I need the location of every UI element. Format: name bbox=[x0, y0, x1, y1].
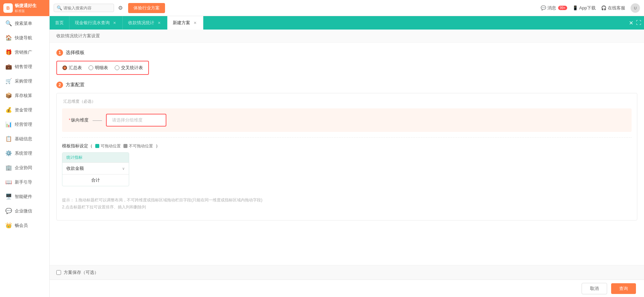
tab-new-plan[interactable]: 新建方案 ✕ bbox=[167, 16, 203, 30]
sidebar-item-system[interactable]: ⚙️ 系统管理 bbox=[0, 146, 49, 160]
tab-receipt-stats-close[interactable]: ✕ bbox=[156, 20, 162, 26]
newbie-icon: 📖 bbox=[5, 179, 12, 185]
stats-row-receipt[interactable]: 收款金额 ∨ bbox=[62, 162, 129, 174]
page-body: 1 选择模板 汇总表 明细表 bbox=[50, 43, 644, 265]
sidebar-item-label: 搜索菜单 bbox=[15, 20, 32, 27]
base-info-icon: 📋 bbox=[5, 136, 12, 142]
sidebar-item-marketing[interactable]: 🎁 营销推广 bbox=[0, 45, 49, 59]
sidebar-logo: B 畅捷通好生 标准版 bbox=[0, 0, 49, 16]
indicators-section: 模板指标设定（ 可拖动位置 不可拖动位置 ） bbox=[62, 143, 632, 187]
tips-section: 提示： 1.拖动标题栏可以调整布局，不可跨维度或指标区域拖动栏目字段(只能在同一… bbox=[62, 194, 632, 215]
radio-detail-label: 明细表 bbox=[95, 65, 108, 71]
app-download-label: App下载 bbox=[579, 5, 596, 11]
radio-summary-input[interactable] bbox=[62, 65, 67, 70]
tab-receipt-stats[interactable]: 收款情况统计 ✕ bbox=[123, 16, 167, 30]
sidebar-item-newbie[interactable]: 📖 新手引导 bbox=[0, 175, 49, 189]
enterprise-icon: 🏢 bbox=[5, 164, 12, 171]
sidebar-item-smart-hw[interactable]: 🖥️ 智能硬件 bbox=[0, 189, 49, 204]
purchase-icon: 🛒 bbox=[5, 78, 12, 84]
sidebar-item-enterprise-wechat[interactable]: 💬 企业微信 bbox=[0, 204, 49, 218]
sidebar-item-label: 企业协同 bbox=[15, 165, 32, 171]
header-search-box[interactable]: 🔍 bbox=[54, 4, 114, 12]
logo-badge: 标准版 bbox=[15, 9, 37, 13]
sidebar: B 畅捷通好生 标准版 🔍 搜索菜单 🏠 快捷导航 🎁 营销推广 💼 销售管理 … bbox=[0, 0, 50, 297]
radio-detail-input[interactable] bbox=[89, 65, 93, 70]
tab-bank-flow[interactable]: 现金银行流水查询 ✕ bbox=[69, 16, 123, 30]
step2-num: 2 bbox=[56, 82, 63, 88]
app-download-icon: 📱 bbox=[573, 5, 578, 10]
dimension-input-box[interactable]: 请选择分组维度 bbox=[106, 114, 166, 127]
sidebar-item-search-menu[interactable]: 🔍 搜索菜单 bbox=[0, 16, 49, 31]
online-service-item[interactable]: 🎧 在线客服 bbox=[601, 5, 625, 11]
tab-bank-flow-label: 现金银行流水查询 bbox=[75, 20, 110, 26]
quick-nav-icon: 🏠 bbox=[5, 35, 12, 41]
tab-new-plan-close[interactable]: ✕ bbox=[192, 20, 198, 26]
radio-cross[interactable]: 交叉统计表 bbox=[115, 65, 143, 71]
step1-section: 1 选择模板 汇总表 明细表 bbox=[56, 49, 637, 75]
cancel-button[interactable]: 取消 bbox=[582, 283, 607, 294]
operations-icon: 📊 bbox=[5, 121, 12, 128]
sidebar-item-label: 快捷导航 bbox=[15, 35, 32, 41]
sidebar-nav: 🔍 搜索菜单 🏠 快捷导航 🎁 营销推广 💼 销售管理 🛒 采购管理 📦 库存核… bbox=[0, 16, 49, 297]
stats-table-header: 统计指标 bbox=[62, 153, 129, 162]
sidebar-item-label: 智能硬件 bbox=[15, 194, 32, 200]
sidebar-item-label: 系统管理 bbox=[15, 150, 32, 156]
system-icon: ⚙️ bbox=[5, 150, 12, 156]
sidebar-item-operations[interactable]: 📊 经营管理 bbox=[0, 117, 49, 132]
step1-title: 选择模板 bbox=[66, 50, 85, 56]
radio-detail[interactable]: 明细表 bbox=[89, 65, 108, 71]
dimension-row: *纵向维度 —— 请选择分组维度 bbox=[69, 114, 625, 127]
tab-maximize-icon[interactable]: ⛶ bbox=[636, 20, 641, 26]
header-right: 💬 消息 99+ 📱 App下载 🎧 在线客服 U bbox=[541, 3, 640, 13]
breadcrumb: 收款情况统计方案设置 bbox=[50, 30, 644, 43]
sidebar-item-member[interactable]: 👑 畅会员 bbox=[0, 218, 49, 233]
step2-section: 2 方案配置 汇总维度（必选） *纵向维度 bbox=[56, 82, 637, 220]
step1-header: 1 选择模板 bbox=[56, 49, 637, 56]
step1-num: 1 bbox=[56, 49, 63, 56]
sidebar-item-label: 企业微信 bbox=[15, 208, 32, 214]
sidebar-item-label: 采购管理 bbox=[15, 78, 32, 84]
user-avatar[interactable]: U bbox=[631, 3, 640, 13]
sales-icon: 💼 bbox=[5, 63, 12, 70]
tab-home[interactable]: 首页 bbox=[50, 16, 69, 30]
sidebar-item-base-info[interactable]: 📋 基础信息 bbox=[0, 132, 49, 146]
sidebar-item-inventory[interactable]: 📦 库存核算 bbox=[0, 88, 49, 103]
smart-hw-icon: 🖥️ bbox=[5, 193, 12, 200]
header-search-input[interactable] bbox=[63, 6, 104, 10]
stats-receipt-dropdown-icon[interactable]: ∨ bbox=[122, 166, 125, 171]
sidebar-item-sales[interactable]: 💼 销售管理 bbox=[0, 59, 49, 74]
sidebar-item-enterprise[interactable]: 🏢 企业协同 bbox=[0, 160, 49, 175]
sidebar-item-quick-nav[interactable]: 🏠 快捷导航 bbox=[0, 31, 49, 45]
message-label: 消息 bbox=[547, 5, 556, 11]
tab-bar-actions: ✕ ⛶ bbox=[626, 16, 644, 30]
required-star: * bbox=[69, 117, 70, 122]
logo-icon: B bbox=[3, 3, 13, 13]
dimension-label: 汇总维度（必选） bbox=[62, 99, 632, 104]
query-button[interactable]: 查询 bbox=[611, 283, 636, 294]
trial-btn[interactable]: 体验行业方案 bbox=[128, 3, 165, 13]
tab-receipt-stats-label: 收款情况统计 bbox=[128, 20, 154, 26]
radio-cross-input[interactable] bbox=[115, 65, 119, 70]
member-icon: 👑 bbox=[5, 222, 12, 229]
sidebar-item-label: 新手引导 bbox=[15, 179, 32, 185]
tab-bank-flow-close[interactable]: ✕ bbox=[112, 20, 117, 26]
message-count: 99+ bbox=[558, 6, 567, 10]
header-gear-icon[interactable]: ⚙ bbox=[118, 5, 123, 11]
content-area: 收款情况统计方案设置 1 选择模板 汇总表 bbox=[50, 30, 644, 280]
tab-close-window-icon[interactable]: ✕ bbox=[629, 20, 633, 26]
save-option: 方案保存（可选） bbox=[50, 265, 644, 280]
sidebar-item-purchase[interactable]: 🛒 采购管理 bbox=[0, 74, 49, 88]
sidebar-item-label: 经营管理 bbox=[15, 121, 32, 128]
footer-bar: 取消 查询 bbox=[50, 280, 644, 297]
sidebar-item-label: 基础信息 bbox=[15, 136, 32, 142]
radio-summary[interactable]: 汇总表 bbox=[62, 65, 82, 71]
sidebar-item-label: 畅会员 bbox=[15, 222, 28, 229]
sidebar-item-label: 营销推广 bbox=[15, 49, 32, 55]
message-badge[interactable]: 💬 消息 99+ bbox=[541, 5, 567, 11]
nodrag-dot bbox=[123, 144, 127, 148]
main-area: 🔍 ⚙ 体验行业方案 💬 消息 99+ 📱 App下载 🎧 在线客服 U 首页 bbox=[50, 0, 644, 297]
tab-home-label: 首页 bbox=[55, 20, 64, 26]
app-download-item[interactable]: 📱 App下载 bbox=[573, 5, 596, 11]
save-checkbox[interactable] bbox=[56, 270, 61, 275]
sidebar-item-finance[interactable]: 💰 资金管理 bbox=[0, 103, 49, 117]
